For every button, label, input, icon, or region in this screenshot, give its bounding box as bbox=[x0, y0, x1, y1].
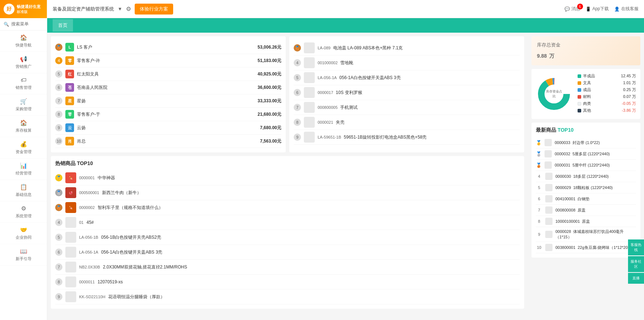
legend-dot bbox=[578, 109, 581, 112]
service-icon: 👤 bbox=[614, 7, 620, 12]
topbar: 装备及固定资产辅助管理系统 ▼ ⚙ 体验行业方案 💬 消息 6 📱 App下载 … bbox=[47, 0, 644, 18]
inventory-chart: 库存资金占比 半成品 12.45 万 bbox=[531, 69, 640, 119]
product-img: 🍖 bbox=[65, 202, 76, 213]
rank-avatar: 零 bbox=[65, 110, 74, 119]
rank-avatar: 苍 bbox=[65, 83, 74, 92]
product-info: 0000017 10S 变利罗猴 bbox=[318, 90, 520, 96]
product-img bbox=[545, 161, 552, 169]
product-info: LA-089 电池盖 LA-089 ABS本色+黑种 7.1克 bbox=[318, 45, 520, 51]
rank-num: 6 bbox=[55, 84, 62, 91]
rank-amount: 36,600.00元 bbox=[258, 85, 281, 91]
sidebar-item-basic[interactable]: 📋 基础信息 bbox=[0, 180, 47, 201]
app-download[interactable]: 📱 App下载 bbox=[586, 6, 609, 12]
sidebar-item-guide[interactable]: 📖 新手引导 bbox=[0, 244, 47, 266]
rank-num: 9 bbox=[536, 232, 542, 237]
rank-num: 8 bbox=[294, 119, 301, 126]
product-img: 🥩 bbox=[65, 187, 76, 198]
donut-chart: 库存资金占比 bbox=[536, 76, 572, 112]
hot-products-title: 热销商品 TOP10 bbox=[55, 160, 520, 167]
chart-inner: 库存资金占比 半成品 12.45 万 bbox=[536, 73, 636, 115]
rank-num: 🥇 bbox=[55, 174, 62, 181]
trial-button[interactable]: 体验行业方案 bbox=[135, 4, 173, 15]
system-title: 装备及固定资产辅助管理系统 bbox=[53, 6, 114, 12]
rank-num: 7 bbox=[55, 97, 62, 104]
hot-products-panel: 热销商品 TOP10 🥇 🍖 0000001 中华神器 🥈 🥩 00050000… bbox=[51, 156, 524, 309]
legend-item: 文具 1.01 万 bbox=[578, 80, 636, 86]
gear-icon[interactable]: ⚙ bbox=[126, 5, 131, 12]
product-img bbox=[545, 195, 553, 202]
rank-avatar: 星 bbox=[65, 97, 74, 105]
sidebar-item-system[interactable]: ⚙ 系统管理 bbox=[0, 201, 47, 223]
finance-icon: 💰 bbox=[20, 141, 27, 148]
product-img bbox=[65, 232, 76, 243]
logo-icon: 好 bbox=[4, 4, 15, 15]
rank-name: 红太阳文具 bbox=[77, 71, 255, 77]
rank-name: 星扬 bbox=[77, 98, 255, 104]
rank-amount: 21,680.00元 bbox=[258, 111, 281, 118]
rank-num: 9 bbox=[55, 124, 62, 131]
rank-item: 7 星 星扬 33,333.00元 bbox=[55, 94, 281, 108]
main-content: 装备及固定资产辅助管理系统 ▼ ⚙ 体验行业方案 💬 消息 6 📱 App下载 … bbox=[47, 0, 644, 320]
legend-item: 其他 -3.86 万 bbox=[578, 108, 636, 113]
phone-icon: 📱 bbox=[586, 7, 591, 12]
product-img bbox=[304, 132, 315, 143]
rank-avatar: L bbox=[65, 43, 74, 52]
online-service[interactable]: 👤 在线客服 bbox=[614, 6, 639, 12]
product-img bbox=[65, 217, 76, 228]
page-nav: 首页 bbox=[47, 18, 644, 33]
new-product-item: 8 10000100001 原盅 bbox=[536, 216, 636, 227]
rank-num: 4 bbox=[294, 59, 301, 66]
rank-avatar: 红 bbox=[65, 70, 74, 78]
sidebar-item-inventory[interactable]: 🏠 库存核算 bbox=[0, 116, 47, 137]
sidebar: 好 畅捷通好生意 标准版 🔍 搜索菜单 🏠 快捷导航 📢 营销推广 🏷 销售管理… bbox=[0, 0, 47, 320]
sidebar-item-quick-nav[interactable]: 🏠 快捷导航 bbox=[0, 30, 47, 52]
product-item: 5 LA-056-1A 056-1A白色按键开关盖ABS 3壳 bbox=[294, 70, 520, 85]
product-img bbox=[304, 42, 315, 53]
product-img bbox=[304, 72, 315, 83]
legend-dot bbox=[578, 81, 581, 85]
enterprise-icon: 🤝 bbox=[20, 226, 27, 233]
sidebar-item-marketing[interactable]: 📢 营销推广 bbox=[0, 52, 47, 73]
purchase-icon: 🛒 bbox=[20, 98, 27, 105]
message-badge[interactable]: 💬 消息 6 bbox=[564, 6, 580, 12]
content-area: 🥉 L LS 客户 53,006.26元 4 零 零售客户-许 51,183.0… bbox=[47, 33, 644, 320]
legend-dot bbox=[578, 88, 581, 92]
rank-num: 5 bbox=[294, 74, 301, 81]
sidebar-item-operations[interactable]: 📊 经营管理 bbox=[0, 159, 47, 180]
rank-avatar: 云 bbox=[65, 123, 74, 132]
sidebar-item-sales[interactable]: 🏷 销售管理 bbox=[0, 73, 47, 94]
sidebar-item-purchase[interactable]: 🛒 采购管理 bbox=[0, 94, 47, 116]
float-buttons: 客服热线 服务社区 直播 bbox=[628, 239, 644, 284]
chart-legend: 半成品 12.45 万 文具 1.01 万 bbox=[578, 73, 636, 115]
new-product-item: 4 0000030 18多层 (1220*2440) bbox=[536, 171, 636, 182]
product-img bbox=[545, 150, 552, 157]
search-menu[interactable]: 🔍 搜索菜单 bbox=[0, 18, 47, 30]
rank-num: 9 bbox=[55, 293, 62, 300]
basic-icon: 📋 bbox=[20, 184, 27, 190]
product-item: 5 LA-056-1B 056-1B白色按键开关壳ABS2壳 bbox=[55, 230, 520, 245]
sidebar-item-finance[interactable]: 💰 资金管理 bbox=[0, 137, 47, 159]
nav-home[interactable]: 首页 bbox=[53, 19, 73, 32]
product-img bbox=[65, 291, 76, 302]
new-product-item: 5 0000029 18颗粒板 (1220*2440) bbox=[536, 182, 636, 193]
float-btn-community[interactable]: 服务社区 bbox=[628, 256, 644, 272]
right-panel: 库存总资金 9.88 万 bbox=[528, 33, 644, 320]
product-item: 🥉 🍖 0000002 智利车子里（规格不知道填什么） bbox=[55, 200, 520, 215]
rank-num: 8 bbox=[55, 278, 62, 286]
product-item: 8 0000011 12070519-xs bbox=[55, 275, 520, 290]
product-img: 🍖 bbox=[65, 172, 76, 183]
product-item: 9 KK-SD22110H 花语萌恒温分腿睡袋（厚款） bbox=[55, 290, 520, 304]
rank-amount: 7,680.00元 bbox=[260, 125, 281, 131]
sidebar-item-enterprise[interactable]: 🤝 企业协同 bbox=[0, 223, 47, 244]
inventory-label: 库存总资金 bbox=[537, 42, 635, 48]
product-img bbox=[545, 139, 552, 146]
rank-amount: 51,183.00元 bbox=[258, 58, 281, 64]
product-img bbox=[304, 57, 315, 68]
message-icon: 💬 bbox=[564, 7, 570, 12]
rank-item: 9 云 云扬 7,680.00元 bbox=[55, 121, 281, 135]
float-btn-service[interactable]: 客服热线 bbox=[628, 239, 644, 255]
rank-item: 🥉 L LS 客户 53,006.26元 bbox=[55, 41, 281, 54]
product-img bbox=[304, 117, 315, 128]
float-btn-live[interactable]: 直播 bbox=[628, 273, 644, 284]
new-product-item: 7 000800008 原盖 bbox=[536, 205, 636, 216]
